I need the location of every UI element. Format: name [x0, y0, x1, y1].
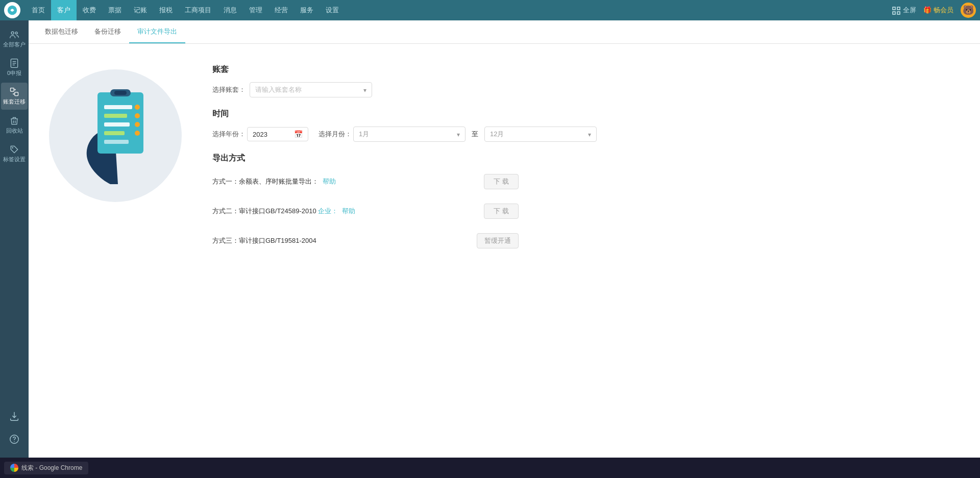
export-section-title: 导出方式: [212, 153, 519, 164]
sidebar-label-tag-settings: 标签设置: [3, 156, 26, 163]
sidebar-item-recycle[interactable]: 回收站: [1, 112, 28, 138]
svg-rect-8: [11, 88, 14, 92]
top-nav-right: 全屏 🎁 畅会员 🐻: [892, 3, 976, 18]
year-value: 2023: [253, 131, 267, 138]
time-section-title: 时间: [212, 109, 519, 119]
tag-icon: [9, 144, 19, 155]
year-select-label: 选择年份：: [212, 130, 243, 139]
sidebar: 全部客户 0申报 账套迁移 回收站: [0, 20, 29, 458]
method-2-download-button[interactable]: 下 载: [484, 204, 519, 219]
sidebar-item-all-clients[interactable]: 全部客户: [1, 26, 28, 52]
method-1-download-button[interactable]: 下 载: [484, 174, 519, 189]
svg-rect-3: [893, 12, 895, 14]
taskbar-chrome-label: 线索 - Google Chrome: [21, 464, 82, 472]
sidebar-item-zero-report[interactable]: 0申报: [1, 54, 28, 81]
month-end-chevron-icon: [588, 131, 591, 138]
sidebar-label-zero-report: 0申报: [7, 70, 21, 77]
nav-bookkeeping[interactable]: 记账: [128, 0, 153, 20]
method-2-help-link[interactable]: 帮助: [342, 207, 355, 215]
svg-rect-18: [104, 140, 129, 144]
nav-management[interactable]: 管理: [243, 0, 268, 20]
month-start-value: 1月: [359, 130, 369, 139]
sidebar-item-tag-settings[interactable]: 标签设置: [1, 140, 28, 167]
illustration: [49, 69, 182, 202]
tab-backup-migration[interactable]: 备份迁移: [86, 20, 129, 43]
chrome-icon: [10, 464, 18, 472]
method-1-help-link[interactable]: 帮助: [323, 178, 336, 185]
nav-home[interactable]: 首页: [26, 0, 51, 20]
svg-rect-15: [104, 114, 127, 118]
account-chevron-icon: [363, 86, 366, 94]
tabs-row: 数据包迁移 备份迁移 审计文件导出: [29, 20, 980, 44]
download-icon-button[interactable]: [6, 408, 23, 426]
sidebar-bottom: [6, 408, 23, 458]
svg-rect-4: [897, 12, 900, 14]
month-end-value: 12月: [490, 130, 504, 139]
to-label: 至: [472, 130, 478, 139]
svg-rect-14: [104, 105, 132, 109]
nav-tax[interactable]: 报税: [153, 0, 179, 20]
svg-rect-17: [104, 131, 125, 135]
svg-point-6: [15, 32, 17, 34]
export-method-1-row: 方式一：余额表、序时账批量导出： 帮助 下 载: [212, 171, 519, 192]
illustration-svg: [69, 82, 161, 189]
svg-point-12: [14, 441, 14, 442]
svg-point-19: [135, 105, 140, 110]
nav-business[interactable]: 工商项目: [179, 0, 217, 20]
help-icon: [9, 434, 20, 445]
user-avatar[interactable]: 🐻: [961, 3, 976, 18]
svg-rect-2: [897, 7, 900, 10]
method-3-unlock-button[interactable]: 暂缓开通: [477, 233, 519, 248]
trash-icon: [9, 116, 19, 126]
nav-message[interactable]: 消息: [217, 0, 243, 20]
svg-point-22: [135, 131, 140, 136]
content-area: 数据包迁移 备份迁移 审计文件导出: [29, 20, 980, 458]
sidebar-item-account-migration[interactable]: 账套迁移: [1, 83, 28, 109]
year-input[interactable]: 2023 📅: [247, 127, 308, 141]
export-method-3-row: 方式三：审计接口GB/T19581-2004 暂缓开通: [212, 230, 519, 251]
main-layout: 全部客户 0申报 账套迁移 回收站: [0, 20, 980, 458]
nav-invoice[interactable]: 票据: [102, 0, 128, 20]
tab-data-migration[interactable]: 数据包迁移: [37, 20, 86, 43]
nav-settings[interactable]: 设置: [320, 0, 345, 20]
account-select-row: 选择账套： 请输入账套名称: [212, 82, 519, 97]
help-icon-button[interactable]: [6, 431, 23, 449]
month-start-chevron-icon: [457, 131, 460, 138]
people-icon: [9, 30, 19, 40]
fullscreen-button[interactable]: 全屏: [892, 6, 917, 15]
app-logo[interactable]: [4, 2, 20, 18]
tab-audit-export[interactable]: 审计文件导出: [129, 20, 185, 43]
svg-rect-16: [104, 122, 130, 127]
top-nav-items: 首页 客户 收费 票据 记账 报税 工商项目 消息 管理 经营 服务 设置: [26, 0, 892, 20]
taskbar-chrome[interactable]: 线索 - Google Chrome: [4, 462, 88, 474]
nav-service[interactable]: 服务: [294, 0, 320, 20]
nav-billing[interactable]: 收费: [77, 0, 102, 20]
month-select-label: 选择月份：: [318, 130, 349, 139]
month-end-select[interactable]: 12月: [484, 127, 597, 142]
calendar-icon: 📅: [294, 130, 303, 138]
migrate-icon: [9, 87, 19, 97]
method-2-company-label: 企业：: [318, 207, 338, 215]
svg-rect-9: [15, 92, 18, 96]
sidebar-label-account-migration: 账套迁移: [3, 98, 26, 105]
account-select-label: 选择账套：: [212, 85, 246, 94]
member-button[interactable]: 🎁 畅会员: [923, 6, 953, 15]
export-method-2-label: 方式二：审计接口GB/T24589-2010 企业： 帮助: [212, 207, 355, 216]
svg-point-21: [135, 122, 140, 127]
export-method-1-label: 方式一：余额表、序时账批量导出： 帮助: [212, 177, 336, 186]
export-method-3-label: 方式三：审计接口GB/T19581-2004: [212, 236, 316, 245]
month-start-select[interactable]: 1月: [353, 127, 465, 142]
taskbar: 线索 - Google Chrome: [0, 458, 980, 478]
account-select[interactable]: 请输入账套名称: [250, 82, 372, 97]
export-method-2-row: 方式二：审计接口GB/T24589-2010 企业： 帮助 下 载: [212, 200, 519, 222]
top-nav: 首页 客户 收费 票据 记账 报税 工商项目 消息 管理 经营 服务 设置 全屏…: [0, 0, 980, 20]
sidebar-label-all-clients: 全部客户: [3, 41, 26, 48]
file-icon: [9, 58, 19, 68]
nav-clients[interactable]: 客户: [51, 0, 77, 20]
time-select-row: 选择年份： 2023 📅 选择月份： 1月 至 12月: [212, 127, 519, 142]
svg-point-20: [135, 113, 140, 118]
svg-point-5: [11, 32, 14, 34]
nav-operations[interactable]: 经营: [268, 0, 294, 20]
svg-point-10: [12, 147, 13, 148]
form-area: 账套 选择账套： 请输入账套名称 时间 选择年份： 2023 📅: [212, 59, 519, 260]
